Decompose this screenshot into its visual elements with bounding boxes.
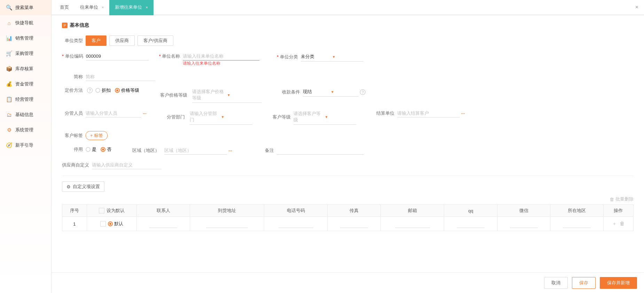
section-icon: P [62, 23, 68, 28]
cell-qq[interactable] [444, 217, 497, 231]
unit-btn-supplier[interactable]: 供应商 [109, 35, 135, 46]
sidebar-item-finance[interactable]: 💰 资金管理 [0, 76, 51, 92]
sidebar-item-sales[interactable]: 📊 销售管理 [0, 31, 51, 46]
tab-new-partner-close[interactable]: × [146, 5, 148, 9]
unit-type-item: 单位类型 客户 供应商 客户/供应商 [62, 35, 173, 46]
cancel-button[interactable]: 取消 [544, 277, 568, 289]
add-tag-button[interactable]: + 标签 [86, 131, 108, 140]
address-input[interactable] [206, 220, 248, 228]
unit-category-item: 单位分类 未分类 ▼ [277, 52, 363, 62]
region-input[interactable] [164, 146, 227, 155]
wechat-input[interactable] [510, 220, 538, 228]
phone-input[interactable] [278, 220, 313, 228]
delete-row-button[interactable]: 🗑 [620, 221, 625, 227]
batch-delete-area[interactable]: 🗑 批量删除 [62, 196, 634, 202]
tab-partners[interactable]: 往来单位 × [74, 0, 109, 15]
section-header: P 基本信息 [62, 22, 634, 29]
unit-category-select[interactable]: 未分类 ▼ [301, 52, 363, 62]
radio-price-level[interactable]: 价格等级 [115, 87, 139, 93]
sidebar-label-operations: 经营管理 [15, 96, 33, 103]
payment-terms-help-icon[interactable]: ? [360, 89, 366, 95]
settlement-unit-input[interactable] [397, 109, 460, 117]
radio-yes-circle [86, 147, 91, 152]
settlement-unit-more-btn[interactable]: ··· [461, 111, 465, 116]
tab-new-partner-label: 新增往来单位 [115, 4, 142, 10]
save-button[interactable]: 保存 [572, 277, 596, 289]
radio-price-level-label: 价格等级 [121, 87, 139, 93]
customer-level-placeholder: 请选择客户等级 [293, 111, 325, 123]
department-placeholder: 请输入分管部门 [190, 111, 221, 123]
tab-partners-close[interactable]: × [102, 5, 104, 9]
col-fax: 传真 [328, 205, 380, 217]
supplier-custom-label: 供应商自定义 [62, 162, 89, 168]
cell-fax[interactable] [328, 217, 380, 231]
customer-level-select[interactable]: 请选择客户等级 ▼ [293, 109, 356, 125]
sidebar-item-system[interactable]: ⚙ 系统管理 [0, 122, 51, 138]
unit-code-input[interactable] [86, 52, 149, 60]
manager-input[interactable] [86, 109, 141, 117]
short-name-item: 简称 [62, 73, 155, 81]
cell-email[interactable] [380, 217, 444, 231]
qq-input[interactable] [457, 220, 485, 228]
customer-price-level-label: 客户价格等级 [160, 92, 187, 98]
sidebar-item-guide[interactable]: 🧭 新手引导 [0, 138, 51, 153]
contact-input[interactable] [149, 220, 177, 228]
email-input[interactable] [395, 220, 430, 228]
tab-home[interactable]: 首页 [54, 0, 74, 15]
form-content: P 基本信息 单位类型 客户 供应商 客户/供应商 单位编码 单位名称 [52, 15, 644, 272]
department-select[interactable]: 请输入分管部门 ▼ [190, 109, 252, 125]
window-close-button[interactable]: × [633, 4, 641, 10]
pricing-method-help-icon[interactable]: ? [87, 88, 93, 93]
sidebar-item-basic[interactable]: 🗂 基础信息 [0, 107, 51, 122]
col-default: 设为默认 [87, 205, 136, 217]
cell-action: ＋ 🗑 [603, 217, 633, 231]
row-checkbox[interactable] [100, 221, 106, 227]
supplier-custom-row: 供应商自定义 [62, 161, 634, 169]
manager-more-btn[interactable]: ··· [143, 111, 147, 116]
sidebar-item-purchase[interactable]: 🛒 采购管理 [0, 46, 51, 61]
department-item: 分管部门 请输入分管部门 ▼ [164, 109, 252, 125]
contact-table: 序号 设为默认 联系人 到货地址 电话号码 传真 邮箱 qq 微信 所在地区 [62, 204, 634, 231]
header-checkbox[interactable] [99, 208, 104, 213]
sidebar-item-inventory[interactable]: 📦 库存核算 [0, 61, 51, 76]
col-contact: 联系人 [137, 205, 190, 217]
unit-name-input[interactable] [183, 52, 259, 60]
add-row-button[interactable]: ＋ [612, 221, 617, 227]
tab-new-partner[interactable]: 新增往来单位 × [109, 0, 153, 15]
cell-phone[interactable] [264, 217, 328, 231]
sidebar-label-finance: 资金管理 [15, 81, 33, 87]
unit-btn-customer[interactable]: 客户 [86, 35, 107, 46]
radio-no-label: 否 [107, 146, 111, 153]
region-table-input[interactable] [563, 220, 591, 228]
fax-input[interactable] [340, 220, 368, 228]
payment-terms-item: 收款条件 现结 ▼ ? [279, 87, 366, 97]
sidebar-item-quicknav[interactable]: ⌂ 快捷导航 [0, 15, 51, 31]
cell-default: 默认 [87, 217, 136, 231]
cell-contact[interactable] [137, 217, 190, 231]
region-more-btn[interactable]: ··· [228, 148, 232, 153]
radio-no[interactable]: 否 [101, 146, 111, 153]
payment-terms-select[interactable]: 现结 ▼ [303, 87, 359, 97]
table-header-row: 序号 设为默认 联系人 到货地址 电话号码 传真 邮箱 qq 微信 所在地区 [62, 205, 634, 217]
cell-wechat[interactable] [497, 217, 550, 231]
supplier-custom-input[interactable] [92, 161, 162, 169]
customer-price-level-select[interactable]: 请选择客户价格等级 ▼ [192, 87, 262, 103]
radio-discount[interactable]: 折扣 [95, 87, 111, 93]
row-default-circle [108, 221, 113, 226]
unit-type-group: 客户 供应商 客户/供应商 [86, 35, 173, 46]
sidebar-item-operations[interactable]: 📋 经营管理 [0, 92, 51, 107]
save-new-button[interactable]: 保存并新增 [600, 277, 637, 289]
sidebar-item-search[interactable]: 🔍 搜索菜单 [0, 0, 51, 15]
row-default-radio[interactable]: 默认 [108, 221, 123, 227]
pricing-radio-group: 折扣 价格等级 [95, 87, 139, 93]
cell-region[interactable] [550, 217, 603, 231]
unit-btn-both[interactable]: 客户/供应商 [138, 35, 173, 46]
gear-icon: ⚙ [66, 184, 71, 189]
radio-yes[interactable]: 是 [86, 146, 96, 153]
cell-address[interactable] [190, 217, 264, 231]
radio-price-level-circle [115, 88, 120, 93]
custom-settings-button[interactable]: ⚙ 自定义项设置 [62, 181, 104, 192]
home-icon: ⌂ [6, 19, 13, 26]
short-name-input[interactable] [86, 73, 155, 81]
remark-input[interactable] [277, 146, 364, 155]
